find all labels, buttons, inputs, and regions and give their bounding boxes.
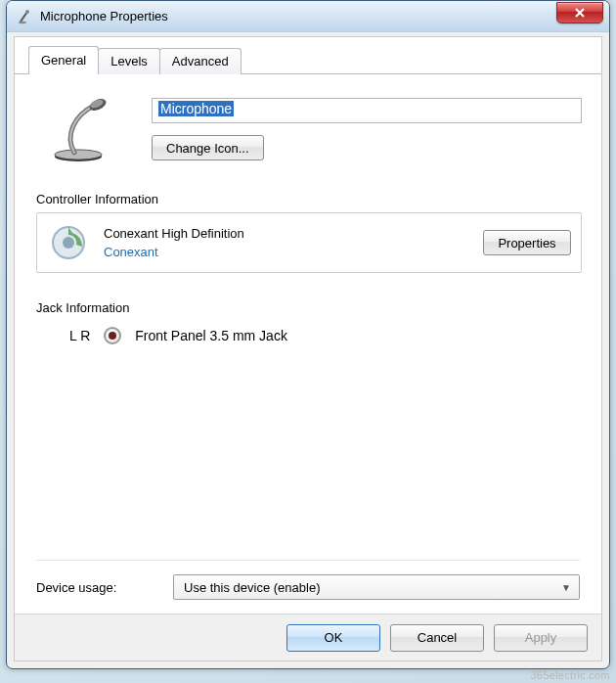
controller-information-group: Controller Information Conexant High Def…: [36, 192, 582, 273]
device-name-input[interactable]: Microphone: [152, 98, 582, 123]
jack-legend: Jack Information: [36, 300, 582, 315]
controller-legend: Controller Information: [36, 192, 582, 206]
controller-name: Conexant High Definition: [104, 224, 469, 244]
tab-general[interactable]: General: [28, 46, 99, 74]
close-icon: [574, 8, 586, 18]
tab-levels[interactable]: Levels: [98, 48, 160, 74]
device-usage-selected: Use this device (enable): [184, 580, 320, 595]
cancel-button[interactable]: Cancel: [390, 624, 484, 652]
tab-body-general: Microphone Change Icon... Controller Inf…: [15, 74, 601, 358]
svg-point-2: [19, 21, 26, 23]
jack-description: Front Panel 3.5 mm Jack: [135, 328, 287, 343]
title-bar[interactable]: Microphone Properties: [7, 1, 609, 32]
jack-connector-icon: [104, 327, 121, 344]
close-button[interactable]: [556, 2, 603, 23]
jack-information-group: Jack Information L R Front Panel 3.5 mm …: [36, 300, 582, 344]
chevron-down-icon: ▼: [561, 582, 571, 593]
change-icon-button[interactable]: Change Icon...: [152, 135, 264, 160]
client-area: General Levels Advanced: [14, 36, 602, 661]
svg-point-6: [55, 150, 102, 159]
svg-point-1: [25, 10, 29, 14]
apply-button[interactable]: Apply: [494, 624, 588, 652]
device-name-value: Microphone: [158, 101, 234, 116]
driver-icon: [47, 221, 90, 264]
window-title: Microphone Properties: [40, 9, 556, 23]
device-usage-label: Device usage:: [36, 580, 154, 595]
device-usage-row: Device usage: Use this device (enable) ▼: [36, 560, 580, 600]
dialog-action-bar: OK Cancel Apply: [15, 614, 601, 660]
device-icon: [42, 96, 124, 164]
watermark: 365electric.com: [530, 669, 610, 681]
app-icon: [17, 8, 34, 25]
ok-button[interactable]: OK: [286, 624, 380, 652]
svg-point-10: [63, 237, 74, 249]
device-usage-select[interactable]: Use this device (enable) ▼: [173, 574, 580, 600]
controller-vendor-link[interactable]: Conexant: [104, 243, 469, 262]
window-frame: Microphone Properties General Levels Adv…: [6, 0, 610, 669]
tab-strip: General Levels Advanced: [15, 37, 601, 74]
controller-properties-button[interactable]: Properties: [483, 230, 571, 255]
jack-channels: L R: [69, 328, 90, 343]
tab-advanced[interactable]: Advanced: [159, 48, 242, 74]
